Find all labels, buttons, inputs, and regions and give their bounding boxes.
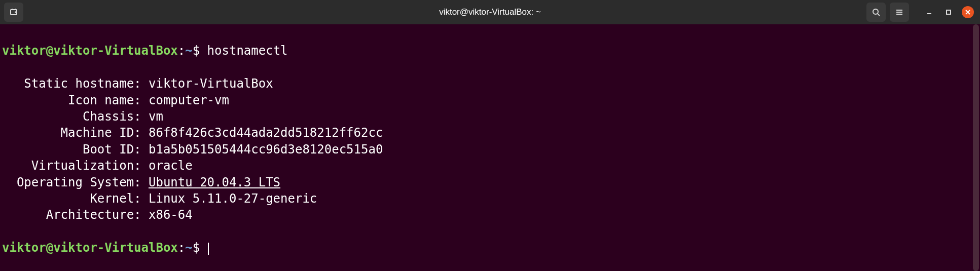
prompt-dollar: $ (193, 241, 200, 255)
titlebar-right (866, 3, 976, 22)
prompt-colon: : (178, 241, 185, 255)
window-title: viktor@viktor-VirtualBox: ~ (439, 7, 541, 17)
close-button[interactable] (962, 6, 974, 18)
scrollbar[interactable] (973, 24, 979, 271)
output-container: Static hostname: viktor-VirtualBox Icon … (2, 75, 978, 223)
output-label: Virtualization: (2, 159, 149, 173)
prompt-path: ~ (185, 44, 192, 58)
output-value: Ubuntu 20.04.3 LTS (149, 175, 280, 189)
output-line: Static hostname: viktor-VirtualBox (2, 75, 978, 92)
search-button[interactable] (866, 3, 886, 22)
maximize-button[interactable] (942, 6, 955, 18)
output-label: Static hostname: (2, 76, 149, 91)
output-line: Virtualization: oracle (2, 158, 978, 174)
close-icon (965, 10, 970, 15)
cursor (208, 243, 209, 255)
prompt-at: @ (46, 241, 53, 255)
output-line: Icon name: computer-vm (2, 92, 978, 108)
svg-rect-7 (947, 10, 951, 14)
prompt-user: viktor (2, 241, 46, 255)
output-line: Chassis: vm (2, 108, 978, 125)
prompt-line-2: viktor@viktor-VirtualBox:~$ (2, 240, 978, 256)
command: hostnamectl (207, 44, 288, 58)
prompt-path: ~ (185, 241, 192, 255)
output-label: Boot ID: (2, 142, 149, 157)
new-tab-button[interactable] (4, 3, 23, 22)
output-label: Kernel: (2, 191, 149, 206)
output-value: oracle (149, 159, 193, 173)
menu-button[interactable] (890, 3, 909, 22)
maximize-icon (946, 10, 951, 15)
output-value: vm (149, 109, 163, 124)
prompt-at: @ (46, 44, 53, 58)
output-line: Architecture: x86-64 (2, 207, 978, 223)
output-value: Linux 5.11.0-27-generic (149, 191, 317, 206)
minimize-button[interactable] (923, 6, 935, 18)
hamburger-icon (895, 8, 903, 16)
output-value: b1a5b051505444cc96d3e8120ec515a0 (149, 142, 383, 157)
prompt-user: viktor (2, 44, 46, 58)
output-value: 86f8f426c3cd44ada2dd518212ff62cc (149, 126, 383, 140)
prompt-line-1: viktor@viktor-VirtualBox:~$ hostnamectl (2, 43, 978, 59)
output-value: computer-vm (149, 93, 229, 107)
command-text (200, 44, 207, 58)
output-value: x86-64 (149, 208, 193, 222)
titlebar-left (4, 3, 23, 22)
output-line: Kernel: Linux 5.11.0-27-generic (2, 190, 978, 207)
prompt-dollar: $ (193, 44, 200, 58)
output-label: Icon name: (2, 93, 149, 107)
new-tab-icon (10, 8, 18, 16)
window-controls (923, 6, 974, 18)
output-line: Boot ID: b1a5b051505444cc96d3e8120ec515a… (2, 141, 978, 158)
output-value: viktor-VirtualBox (149, 76, 273, 91)
output-line: Machine ID: 86f8f426c3cd44ada2dd518212ff… (2, 125, 978, 141)
prompt-colon: : (178, 44, 185, 58)
output-label: Chassis: (2, 109, 149, 124)
terminal-area[interactable]: viktor@viktor-VirtualBox:~$ hostnamectl … (0, 24, 980, 271)
svg-point-1 (873, 9, 878, 14)
svg-line-2 (878, 14, 880, 16)
prompt-host: viktor-VirtualBox (53, 241, 178, 255)
search-icon (872, 8, 880, 16)
prompt-host: viktor-VirtualBox (53, 44, 178, 58)
minimize-icon (927, 10, 932, 15)
output-label: Architecture: (2, 208, 149, 222)
output-label: Machine ID: (2, 126, 149, 140)
titlebar: viktor@viktor-VirtualBox: ~ (0, 0, 980, 24)
output-label: Operating System: (2, 175, 149, 189)
output-line: Operating System: Ubuntu 20.04.3 LTS (2, 174, 978, 190)
